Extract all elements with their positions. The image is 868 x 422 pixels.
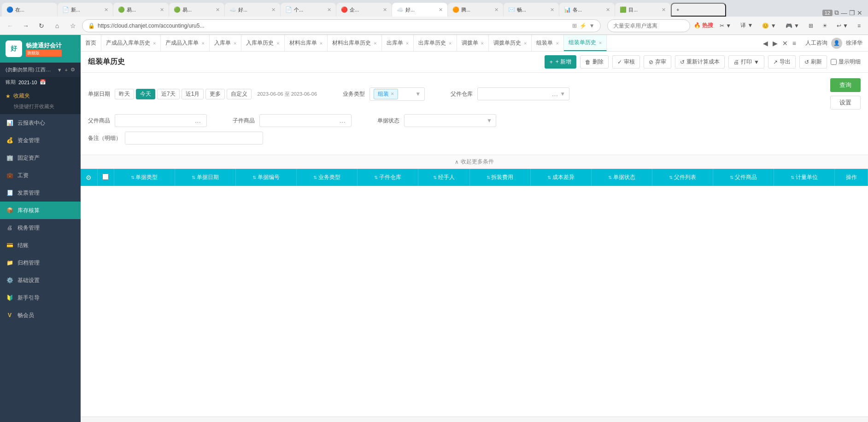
nav-more-button[interactable]: ≡ [791,39,798,48]
emoji-tool[interactable]: 😊 ▼ [758,19,780,32]
child-item-more[interactable]: ... [338,116,347,125]
child-item-input[interactable]: ... [259,114,352,127]
nav-prev-button[interactable]: ◀ [761,39,770,48]
remark-input[interactable] [125,132,263,145]
date-btn-today[interactable]: 今天 [136,89,155,99]
new-tab-button[interactable]: + [671,3,726,17]
approve-button[interactable]: ✓ 审核 [612,55,640,69]
username[interactable]: 徐泽华 [846,39,862,47]
user-service-label[interactable]: 人工咨询 [805,39,827,47]
parent-item-input[interactable]: ... [115,114,207,127]
biz-type-tag-close[interactable]: × [391,91,394,97]
tab-close-9[interactable]: ✕ [494,7,499,13]
date-btn-more[interactable]: 更多 [205,89,225,99]
sidebar-item-inventory[interactable]: 📦 库存核算 [0,202,81,219]
date-btn-7days[interactable]: 近7天 [157,89,180,99]
th-bill-type[interactable]: ⇅ 单据类型 [114,169,175,186]
th-biz-type[interactable]: ⇅ 业务类型 [296,169,357,186]
browser-tab-7[interactable]: 🔴 企... ✕ [336,3,392,17]
tab-close-10[interactable]: ✕ [550,7,554,13]
select-all-checkbox[interactable] [102,173,109,180]
table-checkbox-header[interactable] [97,169,114,186]
cast-icon[interactable]: ⚡ [580,23,586,29]
date-btn-1month[interactable]: 近1月 [182,89,204,99]
browser-tab-3[interactable]: 🟢 易... ✕ [113,3,169,17]
abandon-button[interactable]: ⊘ 弃审 [644,55,671,69]
date-btn-custom[interactable]: 自定义 [227,89,252,99]
tab-close-material-out-history[interactable]: × [374,40,376,46]
parent-warehouse-input[interactable]: ... ▼ [477,87,569,100]
restore-icon[interactable]: ❐ [849,9,855,17]
nav-close-button[interactable]: ✕ [780,39,790,48]
cut-tool[interactable]: ✂ ▼ [716,19,735,32]
th-bill-no[interactable]: ⇅ 单据编号 [235,169,296,186]
th-bill-date[interactable]: ⇅ 单据日期 [175,169,235,186]
browser-tab-11[interactable]: 📊 各... ✕ [559,3,615,17]
reload-button[interactable]: ↻ [35,19,48,32]
tab-close-6[interactable]: ✕ [327,7,331,13]
search-input[interactable] [607,19,690,32]
tab-close-stock-in-history[interactable]: × [276,40,279,46]
table-settings-icon[interactable]: ⚙ [86,174,92,181]
brightness-tool[interactable]: ☀ [819,19,831,32]
bill-status-dropdown[interactable]: ▼ [487,117,492,124]
show-detail-label[interactable]: 显示明细 [831,58,861,66]
th-parent-item[interactable]: ⇅ 父件商品 [713,169,774,186]
browser-tab-4[interactable]: 🟢 易... ✕ [169,3,224,17]
tab-transfer-history[interactable]: 调拨单历史 × [489,35,532,51]
address-dropdown[interactable]: ▼ [589,23,595,29]
date-btn-yesterday[interactable]: 昨天 [115,89,134,99]
delete-button[interactable]: 🗑 删除 [580,55,609,69]
set-button[interactable]: 设置 [830,96,861,110]
browser-tab-2[interactable]: 📄 新... ✕ [58,3,113,17]
undo-tool[interactable]: ↩ ▼ [833,19,852,32]
recalc-button[interactable]: ↺ 重新计算成本 [675,55,725,69]
th-unit[interactable]: ⇅ 计量单位 [774,169,835,186]
calendar-icon[interactable]: 📅 [40,79,46,85]
bookmark-button[interactable]: ☆ [66,19,79,32]
browser-tab-5[interactable]: ☁️ 好... ✕ [225,3,280,17]
browser-tab-9[interactable]: 🟠 腾... ✕ [448,3,503,17]
th-cost-diff[interactable]: ⇅ 成本差异 [530,169,591,186]
bottom-scroll[interactable] [81,416,868,422]
game-tool[interactable]: 🎮 ▼ [782,19,803,32]
tab-close-material-out[interactable]: × [320,40,323,46]
parent-warehouse-dropdown[interactable]: ▼ [560,91,565,97]
tab-home[interactable]: 首页 [81,35,101,51]
biz-type-dropdown[interactable]: ▼ [415,91,421,97]
forward-button[interactable]: → [19,19,32,32]
sidebar-item-archive[interactable]: 📁 归档管理 [0,254,81,272]
th-bill-status[interactable]: ⇅ 单据状态 [591,169,652,186]
tab-close-11[interactable]: ✕ [606,7,610,13]
print-button[interactable]: 🖨 打印 ▼ [728,55,764,69]
th-handler[interactable]: ⇅ 经手人 [418,169,469,186]
browser-tab-1[interactable]: 🔵 在... [2,3,57,17]
tab-close-assembly-history[interactable]: × [599,40,602,46]
sidebar-item-member[interactable]: V 畅会员 [0,306,81,324]
menu-tool[interactable]: ≡ [854,19,864,32]
tab-stock-out[interactable]: 出库单 × [382,35,414,51]
tab-close-5[interactable]: ✕ [271,7,276,13]
table-settings-header[interactable]: ⚙ [81,169,97,186]
bill-status-input[interactable]: ▼ [404,114,496,127]
browser-tab-8[interactable]: ☁️ 好... ✕ [392,3,447,17]
company-selector[interactable]: (勿删勿禁用) 江西服宝测试专用 ▼ + ⚙ [0,63,81,77]
tab-material-out-history[interactable]: 材料出库单历史 × [328,35,381,51]
browser-tab-6[interactable]: 📄 个... ✕ [281,3,336,17]
sidebar-item-guide[interactable]: 🔰 新手引导 [0,289,81,306]
sidebar-item-cloud-report[interactable]: 📊 云报表中心 [0,114,81,132]
tab-finished-in-history[interactable]: 产成品入库单历史 × [101,35,161,51]
grid-tool[interactable]: ⊞ [805,19,817,32]
tab-close-finished-in-history[interactable]: × [153,40,156,46]
tab-close-12[interactable]: ✕ [662,7,666,13]
home-button[interactable]: ⌂ [51,19,64,32]
tab-stock-out-history[interactable]: 出库单历史 × [414,35,457,51]
close-window-icon[interactable]: ✕ [857,9,862,17]
tab-close-stock-out[interactable]: × [406,40,409,46]
tab-close-finished-in[interactable]: × [201,40,204,46]
sidebar-item-settlement[interactable]: 💳 结账 [0,237,81,254]
tab-close-transfer[interactable]: × [481,40,484,46]
th-disassemble-fee[interactable]: ⇅ 拆装费用 [469,169,530,186]
tab-assembly[interactable]: 组装单 × [532,35,563,51]
tab-close-3[interactable]: ✕ [160,7,164,13]
